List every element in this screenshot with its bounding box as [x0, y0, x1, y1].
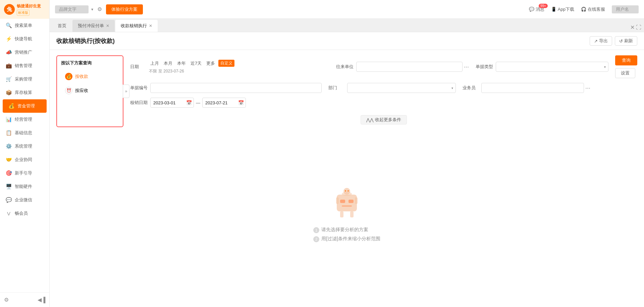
tab-close-prepay[interactable]: ✕	[106, 23, 109, 28]
export-icon: ↗	[594, 39, 598, 44]
sidebar-label-fund: 资金管理	[17, 103, 35, 109]
collapse-more-area: ⋀⋀ 收起更多条件	[130, 112, 637, 127]
sidebar-item-sales[interactable]: 💼 销售管理	[0, 59, 49, 72]
svg-point-10	[345, 190, 346, 192]
online-service-action[interactable]: 🎧 在线客服	[581, 6, 605, 12]
svg-rect-7	[350, 211, 354, 217]
export-button[interactable]: ↗ 导出	[590, 36, 612, 46]
sidebar-label-quick-nav: 快捷导航	[15, 36, 32, 42]
dept-select[interactable]	[347, 83, 456, 93]
sidebar-label-member: 畅会员	[15, 210, 28, 216]
query-button[interactable]: 查询	[615, 55, 637, 65]
quick-date-自定义[interactable]: 自定义	[218, 60, 234, 67]
quick-date-本年[interactable]: 本年	[176, 60, 187, 67]
brand-chevron-icon[interactable]: ▾	[91, 7, 93, 12]
sidebar-label-sales: 销售管理	[15, 63, 32, 69]
sidebar-icon-quick-nav: ⚡	[5, 36, 12, 42]
sidebar-icon-hardware: 🖥️	[5, 183, 12, 190]
date-to-text: 至 2023-07-26	[158, 68, 184, 74]
calendar-start-icon[interactable]: 📅	[186, 100, 192, 105]
sidebar-icon-basic-info: 📋	[5, 130, 12, 136]
staff-dots-icon[interactable]: ···	[585, 85, 590, 92]
verify-date-group: 📅 — 📅	[150, 98, 246, 108]
close-tab-btn[interactable]: ✕	[630, 24, 635, 31]
logo-text: 畅捷通好生意 标准版	[17, 3, 41, 16]
empty-illustration	[327, 181, 367, 221]
sidebar-item-system[interactable]: ⚙️ 系统管理	[0, 140, 49, 153]
collapse-sidebar-icon[interactable]: ◀▐	[38, 297, 45, 303]
tab-home[interactable]: 首页	[52, 20, 72, 32]
sidebar-icon-marketing: 📣	[5, 49, 12, 56]
sidebar-label-purchase: 采购管理	[15, 76, 32, 82]
settings-icon[interactable]: ⚙	[4, 297, 9, 303]
counterpart-dots-icon[interactable]: ···	[464, 63, 469, 70]
calendar-end-icon[interactable]: 📅	[238, 100, 244, 105]
sidebar-item-search[interactable]: 🔍 搜索菜单	[0, 19, 49, 32]
sidebar-item-marketing[interactable]: 📣 营销推广	[0, 46, 49, 59]
solution-button[interactable]: 体验行业方案	[106, 4, 143, 14]
sidebar-item-hardware[interactable]: 🖥️ 智能硬件	[0, 180, 49, 193]
quick-date-本月[interactable]: 本月	[162, 60, 174, 67]
refresh-icon: ↺	[619, 39, 623, 44]
verify-date-field: 核销日期 📅 — 📅	[130, 98, 344, 108]
svg-rect-2	[348, 200, 354, 203]
sidebar-item-quick-nav[interactable]: ⚡ 快捷导航	[0, 32, 49, 46]
filter-option-by-receivable[interactable]: ⏰ 按应收	[61, 84, 119, 97]
sidebar-label-guide: 新手引导	[15, 170, 32, 176]
quick-date-更多[interactable]: 更多	[205, 60, 216, 67]
sidebar-item-operations[interactable]: 📊 经营管理	[0, 113, 49, 126]
receivable-icon: ⏰	[65, 87, 72, 94]
sidebar-item-purchase[interactable]: 🛒 采购管理	[0, 72, 49, 86]
topbar-right: 💬 消息 99+ 📱 App下载 🎧 在线客服 用户名	[529, 5, 639, 13]
sidebar-icon-fund: 💰	[8, 103, 15, 109]
user-info[interactable]: 用户名	[612, 5, 639, 13]
refresh-button[interactable]: ↺ 刷新	[615, 36, 637, 46]
message-action[interactable]: 💬 消息 99+	[529, 6, 544, 12]
page-title: 收款核销执行(按收款)	[56, 37, 115, 49]
empty-state: 1 请先选择要分析的方案 2 用[过滤]条件来缩小分析范围	[50, 133, 644, 307]
topbar: 品牌文字 ▾ ⚙ 体验行业方案 💬 消息 99+ 📱 App下载 🎧 在线客服 …	[50, 0, 644, 19]
sidebar-item-weixin[interactable]: 💬 企业微信	[0, 193, 49, 207]
tab-label-home: 首页	[58, 23, 66, 29]
svg-rect-1	[340, 200, 345, 203]
counterpart-field: 往来单位 ···	[336, 62, 469, 72]
svg-rect-6	[340, 211, 343, 217]
filter-row-2: 单据编号 部门 ▾ 业务员 ···	[130, 83, 637, 93]
setting-button[interactable]: 设置	[615, 68, 635, 78]
staff-input[interactable]	[481, 83, 584, 93]
sidebar-nav: 🔍 搜索菜单 ⚡ 快捷导航 📣 营销推广 💼 销售管理 🛒 采购管理 📦 库存核…	[0, 19, 49, 292]
svg-rect-5	[355, 197, 358, 204]
sidebar-item-inventory[interactable]: 📦 库存核算	[0, 86, 49, 99]
sidebar-bottom: ⚙ ◀▐	[0, 292, 49, 307]
sidebar-label-system: 系统管理	[15, 143, 32, 149]
svg-point-11	[347, 190, 349, 192]
app-download-icon: 📱	[551, 7, 556, 12]
sidebar-label-marketing: 营销推广	[15, 49, 32, 55]
doc-no-input[interactable]	[150, 83, 322, 93]
empty-hint-1: 1 请先选择要分析的方案	[313, 227, 380, 233]
topbar-gear-icon[interactable]: ⚙	[97, 6, 102, 12]
quick-date-上月[interactable]: 上月	[149, 60, 160, 67]
filter-collapse-btn[interactable]: »	[123, 85, 129, 98]
doc-type-select[interactable]	[496, 62, 608, 72]
sidebar-item-basic-info[interactable]: 📋 基础信息	[0, 126, 49, 140]
sidebar-item-enterprise[interactable]: 🤝 企业协同	[0, 153, 49, 166]
sidebar-item-member[interactable]: V 畅会员	[0, 207, 49, 220]
filter-option-by-receipt[interactable]: 💰 按收款	[61, 70, 119, 83]
expand-tab-btn[interactable]: ⛶	[636, 24, 641, 31]
sidebar-item-fund[interactable]: 💰 资金管理	[3, 99, 47, 113]
collapse-more-button[interactable]: ⋀⋀ 收起更多条件	[361, 115, 407, 124]
filter-form: 日期 上月本月本年近7天更多自定义 不限 至 2023-07-26 往来单位 ·…	[130, 55, 637, 127]
tab-prepay[interactable]: 预付冲应付单✕	[72, 20, 115, 32]
tab-close-receipt[interactable]: ✕	[149, 23, 152, 28]
svg-rect-0	[337, 195, 357, 211]
doc-type-field: 单据类型 ▾	[476, 62, 608, 72]
tab-label-receipt: 收款核销执行	[121, 23, 147, 29]
counterpart-input[interactable]	[356, 62, 463, 72]
tab-receipt[interactable]: 收款核销执行✕	[115, 20, 158, 32]
sidebar-icon-guide: 🎯	[5, 170, 12, 176]
app-download-action[interactable]: 📱 App下载	[551, 6, 574, 12]
sidebar-item-guide[interactable]: 🎯 新手引导	[0, 166, 49, 180]
collapse-up-icon: ⋀⋀	[366, 117, 374, 122]
quick-date-近7天[interactable]: 近7天	[189, 60, 203, 67]
